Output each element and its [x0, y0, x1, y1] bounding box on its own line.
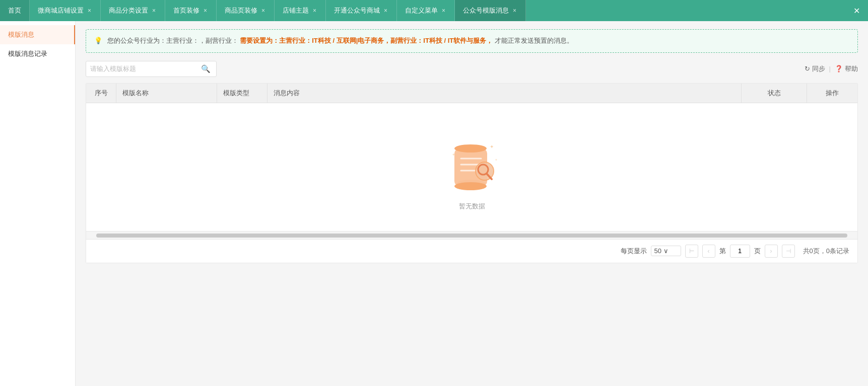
per-page-label: 每页显示 — [621, 247, 647, 256]
page-last-button[interactable]: ⊣ — [782, 245, 795, 258]
tab-product-deco[interactable]: 商品页装修 × — [217, 0, 275, 21]
notice-suffix: 才能正常发送预置的消息。 — [495, 37, 573, 44]
svg-point-3 — [454, 182, 487, 190]
tab-home-deco[interactable]: 首页装修 × — [165, 0, 217, 21]
theme-label: 店铺主题 — [283, 6, 309, 15]
tab-template-msg[interactable]: 公众号模版消息 × — [455, 0, 526, 21]
help-icon: ❓ — [835, 65, 843, 72]
notice-prefix: 您的公众号行业为：主营行业：，副营行业： — [107, 37, 238, 44]
content-area: 💡 您的公众号行业为：主营行业：，副营行业： 需要设置为：主营行业：IT科技 /… — [76, 21, 868, 386]
tab-category[interactable]: 商品分类设置 × — [101, 0, 165, 21]
per-page-chevron-icon: ∨ — [663, 247, 669, 255]
template-msg-label: 公众号模版消息 — [463, 6, 509, 15]
tab-wsc-shop-close[interactable]: × — [87, 7, 92, 14]
sidebar-item-template-log[interactable]: 模版消息记录 — [0, 44, 75, 63]
svg-text:✦: ✦ — [490, 144, 494, 149]
wsc-shop-label: 微商城店铺设置 — [38, 6, 84, 15]
page-input[interactable] — [730, 245, 750, 258]
col-header-content: 消息内容 — [268, 84, 742, 103]
tab-template-msg-close[interactable]: × — [512, 7, 517, 14]
col-header-action: 操作 — [807, 84, 857, 103]
tab-custom-menu[interactable]: 自定义菜单 × — [397, 0, 455, 21]
tab-bar-close-all[interactable]: ✕ — [845, 6, 868, 16]
table-header: 序号 模版名称 模版类型 消息内容 状态 操作 — [86, 84, 857, 103]
svg-point-2 — [454, 144, 487, 152]
help-button[interactable]: ❓ 帮助 — [835, 64, 858, 73]
search-bar: 🔍 ↻ 同步 | ❓ 帮助 — [86, 61, 858, 77]
help-label: 帮助 — [845, 64, 858, 73]
col-header-seq: 序号 — [86, 84, 116, 103]
home-deco-label: 首页装修 — [173, 6, 199, 15]
notice-highlight: 需要设置为：主营行业：IT科技 / 互联网|电子商务，副营行业：IT科技 / I… — [240, 37, 493, 44]
table-wrapper: 序号 模版名称 模版类型 消息内容 状态 操作 — [86, 83, 858, 263]
tab-home[interactable]: 首页 — [0, 0, 30, 21]
page-prev-button[interactable]: ‹ — [702, 245, 715, 258]
tab-theme[interactable]: 店铺主题 × — [275, 0, 326, 21]
empty-text: 暂无数据 — [459, 202, 485, 211]
custom-menu-label: 自定义菜单 — [405, 6, 438, 15]
scrollbar-thumb[interactable] — [96, 234, 847, 238]
empty-illustration: ✦ ✦ ✦ — [442, 133, 502, 194]
home-tab-label: 首页 — [8, 6, 21, 15]
page-first-button[interactable]: ⊢ — [685, 245, 698, 258]
page-label: 第 — [719, 247, 726, 256]
tab-product-deco-close[interactable]: × — [260, 7, 266, 14]
search-icon[interactable]: 🔍 — [201, 64, 211, 73]
empty-state: ✦ ✦ ✦ 暂无数据 — [86, 103, 857, 231]
sync-label: 同步 — [812, 64, 825, 73]
main-layout: 模版消息 模版消息记录 💡 您的公众号行业为：主营行业：，副营行业： 需要设置为… — [0, 21, 868, 386]
notice-icon: 💡 — [94, 37, 102, 44]
sidebar: 模版消息 模版消息记录 — [0, 21, 76, 386]
sync-icon: ↻ — [805, 65, 810, 72]
horizontal-scrollbar[interactable] — [86, 231, 857, 239]
svg-text:✦: ✦ — [452, 152, 455, 157]
tab-mall-close[interactable]: × — [383, 7, 388, 14]
tab-theme-close[interactable]: × — [312, 7, 317, 14]
total-info: 共0页，0条记录 — [803, 247, 849, 256]
tab-wsc-shop[interactable]: 微商城店铺设置 × — [30, 0, 101, 21]
svg-text:✦: ✦ — [495, 158, 498, 162]
sync-button[interactable]: ↻ 同步 — [805, 64, 825, 73]
search-input[interactable] — [90, 65, 201, 72]
col-header-name: 模版名称 — [116, 84, 217, 103]
pagination: 每页显示 50 ∨ ⊢ ‹ 第 页 › ⊣ 共0页，0条记录 — [86, 239, 857, 263]
tab-mall[interactable]: 开通公众号商城 × — [326, 0, 397, 21]
search-input-wrapper[interactable]: 🔍 — [86, 61, 217, 77]
page-next-button[interactable]: › — [765, 245, 778, 258]
search-actions: ↻ 同步 | ❓ 帮助 — [805, 64, 858, 73]
category-label: 商品分类设置 — [109, 6, 148, 15]
page-unit: 页 — [754, 247, 761, 256]
notice-box: 💡 您的公众号行业为：主营行业：，副营行业： 需要设置为：主营行业：IT科技 /… — [86, 29, 858, 53]
col-header-status: 状态 — [742, 84, 807, 103]
mall-label: 开通公众号商城 — [334, 6, 380, 15]
divider: | — [829, 65, 831, 72]
sidebar-item-template-msg[interactable]: 模版消息 — [0, 25, 75, 44]
per-page-select[interactable]: 50 ∨ — [651, 246, 681, 256]
tab-bar: 首页 微商城店铺设置 × 商品分类设置 × 首页装修 × 商品页装修 × 店铺主… — [0, 0, 868, 21]
tab-custom-menu-close[interactable]: × — [441, 7, 446, 14]
tab-category-close[interactable]: × — [151, 7, 157, 14]
per-page-value: 50 — [654, 247, 661, 255]
col-header-type: 模版类型 — [217, 84, 268, 103]
product-deco-label: 商品页装修 — [225, 6, 257, 15]
tab-home-deco-close[interactable]: × — [203, 7, 208, 14]
